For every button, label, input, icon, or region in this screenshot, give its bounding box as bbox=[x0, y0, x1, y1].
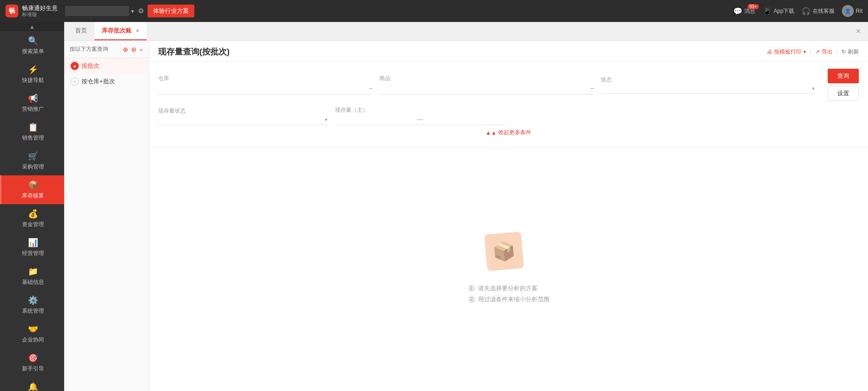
sidebar-item-basics[interactable]: 📁 基础信息 bbox=[0, 262, 64, 291]
app-download-label: App下载 bbox=[774, 7, 794, 15]
print-icon: 🖨 bbox=[767, 49, 772, 55]
scheme-by-batch[interactable]: ● 按批次 bbox=[64, 58, 148, 74]
inv-status-chevron-icon[interactable]: ▾ bbox=[325, 117, 328, 123]
marketing-icon: 📢 bbox=[28, 93, 38, 103]
search-chevron-icon[interactable]: ▾ bbox=[131, 8, 134, 15]
sidebar-label-purchase: 采购管理 bbox=[22, 163, 44, 171]
status-label: 状态 bbox=[601, 76, 815, 84]
topbar: 畅 畅康通好生意 标准版 ▾ ⚙ 体验行业方案 💬 消息 99+ 📱 App下载… bbox=[0, 0, 868, 22]
experience-btn[interactable]: 体验行业方案 bbox=[148, 5, 194, 17]
sidebar-item-quick-nav[interactable]: ⚡ 快捷导航 bbox=[0, 60, 64, 89]
empty-step-2: 2 用过滤条件来缩小分析范围 bbox=[468, 295, 549, 304]
message-icon: 💬 bbox=[733, 7, 742, 16]
sidebar-item-app-center[interactable]: 🔔 应用中心 bbox=[0, 377, 64, 391]
empty-box-icon: 📦 bbox=[484, 231, 524, 271]
status-filter: 状态 ▾ bbox=[601, 76, 815, 94]
tab-close-icon[interactable]: × bbox=[136, 27, 139, 34]
sidebar-item-operations[interactable]: 📊 经营管理 bbox=[0, 233, 64, 262]
user-area[interactable]: 👤 Rit bbox=[842, 5, 863, 17]
scheme-by-batch-label: 按批次 bbox=[82, 62, 99, 70]
page-content: 按以下方案查询 ⊕ ⊛ « ● 按批次 ○ 按仓库+批次 bbox=[64, 41, 868, 391]
main-layout: ▲ 🔍 搜索菜单 ⚡ 快捷导航 📢 营销推广 📋 销售管理 🛒 采购管理 bbox=[0, 22, 868, 391]
topbar-right: 💬 消息 99+ 📱 App下载 🎧 在线客服 👤 Rit bbox=[733, 5, 863, 17]
avatar: 👤 bbox=[842, 5, 854, 17]
sidebar-scroll-up[interactable]: ▲ bbox=[0, 22, 64, 31]
print-btn[interactable]: 🖨 按模板打印 ▾ bbox=[767, 48, 806, 56]
collapse-up-icon: ▲▲ bbox=[486, 130, 497, 136]
app-center-icon: 🔔 bbox=[28, 382, 38, 391]
system-icon: ⚙️ bbox=[28, 295, 38, 305]
left-panel-header: 按以下方案查询 ⊕ ⊛ « bbox=[64, 41, 148, 58]
collapse-filters-btn[interactable]: ▲▲ 收起更多条件 bbox=[158, 125, 859, 140]
tab-close-all-icon[interactable]: × bbox=[852, 27, 864, 36]
action-buttons: 查询 设置 bbox=[828, 69, 859, 101]
product-filter: 商品 ··· bbox=[379, 75, 593, 95]
sidebar-item-search-menu[interactable]: 🔍 搜索菜单 bbox=[0, 31, 64, 60]
sidebar-item-purchase[interactable]: 🛒 采购管理 bbox=[0, 147, 64, 175]
filter-area: 仓库 ··· 商品 ··· bbox=[149, 61, 868, 148]
online-service-label: 在线客服 bbox=[813, 7, 835, 15]
scheme-by-warehouse-batch[interactable]: ○ 按仓库+批次 bbox=[64, 74, 148, 89]
sidebar-item-marketing[interactable]: 📢 营销推广 bbox=[0, 89, 64, 118]
quick-nav-icon: ⚡ bbox=[28, 65, 38, 75]
settings-button[interactable]: 设置 bbox=[828, 86, 859, 101]
refresh-btn[interactable]: ↻ 刷新 bbox=[841, 48, 859, 56]
tab-home[interactable]: 首页 bbox=[68, 22, 94, 40]
sidebar-label-enterprise: 企业协同 bbox=[22, 336, 44, 344]
content-area: 首页 库存批次账 × × 按以下方案查询 ⊕ ⊛ « bbox=[64, 22, 868, 391]
print-chevron-icon: ▾ bbox=[803, 49, 806, 55]
product-input[interactable] bbox=[379, 85, 588, 92]
product-label: 商品 bbox=[379, 75, 593, 82]
export-btn[interactable]: ↗ 导出 bbox=[815, 48, 833, 56]
add-scheme-icon[interactable]: ⊕ bbox=[123, 46, 128, 53]
inventory-qty-to[interactable] bbox=[427, 116, 505, 123]
sidebar-label-operations: 经营管理 bbox=[22, 250, 44, 257]
inventory-qty-filter: 现存量（主） — bbox=[335, 106, 505, 125]
search-menu-icon: 🔍 bbox=[28, 36, 38, 46]
sidebar-nav: 🔍 搜索菜单 ⚡ 快捷导航 📢 营销推广 📋 销售管理 🛒 采购管理 📦 bbox=[0, 31, 64, 391]
newbie-icon: 🎯 bbox=[28, 353, 38, 363]
topbar-search-input[interactable] bbox=[65, 6, 129, 16]
sidebar-item-finance[interactable]: 💰 资金管理 bbox=[0, 204, 64, 233]
app-logo: 畅 bbox=[5, 5, 18, 17]
warehouse-input[interactable] bbox=[158, 85, 367, 92]
warehouse-more-icon[interactable]: ··· bbox=[369, 84, 372, 92]
inventory-status-filter: 现存量状态 ▾ bbox=[158, 107, 328, 125]
inventory-status-label: 现存量状态 bbox=[158, 107, 328, 115]
step-1-text: 请先选择要分析的方案 bbox=[478, 284, 538, 293]
inventory-qty-label: 现存量（主） bbox=[335, 106, 505, 114]
status-chevron-icon[interactable]: ▾ bbox=[812, 86, 815, 92]
export-icon: ↗ bbox=[815, 49, 820, 55]
finance-icon: 💰 bbox=[28, 209, 38, 219]
left-panel: 按以下方案查询 ⊕ ⊛ « ● 按批次 ○ 按仓库+批次 bbox=[64, 41, 149, 391]
scheme-settings-icon[interactable]: ⊛ bbox=[131, 46, 137, 53]
empty-steps: 1 请先选择要分析的方案 2 用过滤条件来缩小分析范围 bbox=[468, 284, 549, 306]
sidebar-item-sales[interactable]: 📋 销售管理 bbox=[0, 118, 64, 147]
topbar-gear-icon[interactable]: ⚙ bbox=[138, 7, 144, 15]
tab-bar: 首页 库存批次账 × × bbox=[64, 22, 868, 41]
step-1-num: 1 bbox=[468, 285, 475, 292]
app-download-btn[interactable]: 📱 App下载 bbox=[763, 7, 794, 16]
mobile-icon: 📱 bbox=[763, 7, 772, 16]
left-panel-collapse-icon[interactable]: « bbox=[139, 46, 143, 53]
product-more-icon[interactable]: ··· bbox=[590, 84, 593, 92]
messages-badge: 99+ bbox=[747, 4, 759, 9]
step-2-text: 用过滤条件来缩小分析范围 bbox=[478, 295, 549, 304]
inventory-qty-from[interactable] bbox=[335, 116, 413, 123]
scheme-inactive-icon: ○ bbox=[71, 77, 79, 86]
empty-state: 📦 1 请先选择要分析的方案 2 用过滤条件来缩小分析范围 bbox=[149, 148, 868, 391]
tab-inventory-batch[interactable]: 库存批次账 × bbox=[94, 22, 147, 40]
sidebar-item-system[interactable]: ⚙️ 系统管理 bbox=[0, 291, 64, 320]
sidebar-item-enterprise[interactable]: 🤝 企业协同 bbox=[0, 320, 64, 348]
messages-btn[interactable]: 💬 消息 99+ bbox=[733, 7, 755, 16]
inventory-icon: 📦 bbox=[28, 180, 38, 190]
query-button[interactable]: 查询 bbox=[828, 69, 859, 83]
right-panel: 现存量查询(按批次) 🖨 按模板打印 ▾ | ↗ 导出 | bbox=[149, 41, 868, 391]
sidebar-label-finance: 资金管理 bbox=[22, 221, 44, 228]
sidebar-label-quick-nav: 快捷导航 bbox=[22, 76, 44, 84]
page-header: 现存量查询(按批次) 🖨 按模板打印 ▾ | ↗ 导出 | bbox=[149, 41, 868, 61]
sidebar-item-newbie[interactable]: 🎯 新手引导 bbox=[0, 348, 64, 377]
online-service-btn[interactable]: 🎧 在线客服 bbox=[802, 7, 835, 16]
enterprise-icon: 🤝 bbox=[28, 324, 38, 334]
sidebar-item-inventory[interactable]: 📦 库存核算 bbox=[0, 175, 64, 204]
